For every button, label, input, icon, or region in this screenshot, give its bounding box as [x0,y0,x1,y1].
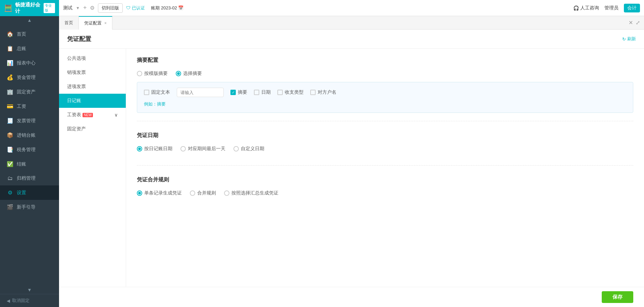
sidebar-icon-资金管理: 💰 [7,74,13,81]
left-nav-item-销项发票[interactable]: 销项发票 [59,65,126,80]
summary-config-box: 固定文本摘要日期收支类型对方户名例如：摘要 [137,82,633,113]
switch-version-button[interactable]: 切到旧版 [98,3,123,13]
merge-radio-合并规则[interactable]: 合并规则 [190,190,216,196]
page-header: 凭证配置 ↻ 刷新 [59,30,644,49]
tab-close-凭证配置[interactable]: × [104,21,107,26]
main-wrap: 首页凭证配置× ✕ ⤢ 凭证配置 ↻ 刷新 公共选项销项发票进项发票日记账工资表… [59,16,644,307]
left-nav-item-进项发票[interactable]: 进项发票 [59,80,126,94]
sidebar-icon-结账: ✅ [7,161,13,167]
sidebar-item-新手引导[interactable]: 🎬新手引导 [0,200,59,214]
sidebar-icon-新手引导: 🎬 [7,204,13,210]
sidebar-item-资金管理[interactable]: 💰资金管理 [0,70,59,85]
content-area: 公共选项销项发票进项发票日记账工资表NEW∨固定资产 摘要配置 按模版摘要 选择… [59,49,644,307]
sidebar: 🧮 畅捷通好会计 专业版 ▲ 🏠首页📋总账📊报表中心💰资金管理🏢固定资产💳工资🧾… [0,0,59,307]
sidebar-nav: 🏠首页📋总账📊报表中心💰资金管理🏢固定资产💳工资🧾发票管理📦进销台账📑税务管理✅… [0,24,59,286]
date-radio-自定义日期[interactable]: 自定义日期 [233,146,264,152]
sidebar-scroll-down[interactable]: ▼ [0,286,59,294]
admin-text[interactable]: 管理员 [604,5,619,11]
expand-panel-button[interactable]: ⤢ [636,19,640,26]
merge-radio-单条记录生成凭证[interactable]: 单条记录生成凭证 [137,190,182,196]
topbar: 测试 ▼ + ⚙ 切到旧版 🛡 已认证 账期 2023-02 📅 🎧 人工咨询 … [59,0,644,16]
sidebar-icon-报表中心: 📊 [7,60,13,66]
checkbox-box [254,90,259,95]
checkbox-对方户名[interactable]: 对方户名 [310,89,336,95]
summary-radio-选择摘要[interactable]: 选择摘要 [176,71,202,77]
topbar-right: 🎧 人工咨询 管理员 会计 [573,4,640,12]
sidebar-item-设置[interactable]: ⚙设置 [0,185,59,200]
period-label: 账期 2023-02 📅 [151,5,183,11]
save-button[interactable]: 保存 [602,291,633,303]
close-panel-button[interactable]: ✕ [629,19,633,26]
right-panel: 摘要配置 按模版摘要 选择摘要 固定文本摘要日期收支类型对方户名例如：摘要 凭证… [126,49,644,307]
tab-首页[interactable]: 首页 [59,16,79,30]
date-section: 凭证日期 按日记账日期 对应期间最后一天 自定义日期 [137,132,633,166]
checkbox-收支类型[interactable]: 收支类型 [277,89,304,95]
headset-icon: 🎧 [573,5,579,11]
summary-radio-按模版摘要[interactable]: 按模版摘要 [137,71,168,77]
date-title: 凭证日期 [137,132,633,139]
sidebar-item-进销台账[interactable]: 📦进销台账 [0,128,59,142]
radio-circle [190,190,195,196]
sidebar-item-首页[interactable]: 🏠首页 [0,27,59,41]
tab-凭证配置[interactable]: 凭证配置× [79,16,112,30]
sidebar-icon-归档管理: 🗂 [7,175,13,181]
date-radio-按日记账日期[interactable]: 按日记账日期 [137,146,172,152]
radio-circle [233,146,239,151]
add-tab-button[interactable]: + [83,4,87,11]
sidebar-item-工资[interactable]: 💳工资 [0,99,59,114]
sidebar-item-总账[interactable]: 📋总账 [0,41,59,56]
tabbar: 首页凭证配置× ✕ ⤢ [59,16,644,30]
logo-text: 畅捷通好会计 [15,2,41,14]
left-nav-item-固定资产[interactable]: 固定资产 [59,122,126,136]
radio-circle [176,71,181,76]
checkbox-摘要[interactable]: 摘要 [230,89,247,95]
refresh-icon: ↻ [622,37,626,42]
left-nav-item-公共选项[interactable]: 公共选项 [59,51,126,65]
accountant-badge[interactable]: 会计 [624,4,640,12]
pin-icon: ◀ [7,298,10,303]
tab-actions: ✕ ⤢ [629,19,644,26]
page-title: 凭证配置 [67,35,91,43]
sidebar-logo[interactable]: 🧮 畅捷通好会计 专业版 [0,0,59,16]
checkbox-日期[interactable]: 日期 [254,89,271,95]
settings-icon[interactable]: ⚙ [90,5,95,11]
sidebar-icon-设置: ⚙ [7,189,13,196]
sidebar-icon-进销台账: 📦 [7,132,13,138]
left-nav-item-日记账[interactable]: 日记账 [59,94,126,108]
summary-section: 摘要配置 按模版摘要 选择摘要 固定文本摘要日期收支类型对方户名例如：摘要 [137,57,633,121]
sidebar-cancel-fixed[interactable]: ◀ 取消固定 [0,294,59,307]
verified-badge: 🛡 已认证 [126,5,145,11]
sidebar-item-归档管理[interactable]: 🗂归档管理 [0,171,59,185]
merge-section: 凭证合并规则 单条记录生成凭证 合并规则 按照选择汇总生成凭证 [137,176,633,210]
fixed-text-input[interactable] [177,88,224,97]
sidebar-item-固定资产[interactable]: 🏢固定资产 [0,85,59,99]
radio-circle [137,146,142,151]
sidebar-icon-税务管理: 📑 [7,146,13,153]
checkbox-row: 固定文本摘要日期收支类型对方户名 [144,88,626,97]
left-nav-item-工资表[interactable]: 工资表NEW∨ [59,108,126,122]
sidebar-item-税务管理[interactable]: 📑税务管理 [0,142,59,157]
sidebar-icon-工资: 💳 [7,103,13,109]
sidebar-item-发票管理[interactable]: 🧾发票管理 [0,114,59,128]
sidebar-item-结账[interactable]: ✅结账 [0,157,59,171]
sidebar-icon-固定资产: 🏢 [7,89,13,95]
sidebar-icon-总账: 📋 [7,45,13,52]
logo-icon: 🧮 [4,4,12,12]
project-dropdown-icon[interactable]: ▼ [76,6,80,10]
checkbox-box [144,90,149,95]
radio-circle [137,190,142,196]
radio-circle [224,190,229,196]
checkbox-box [277,90,283,95]
merge-radio-按照选择汇总生成凭证[interactable]: 按照选择汇总生成凭证 [224,190,278,196]
checkbox-固定文本[interactable]: 固定文本 [144,89,170,95]
sidebar-scroll-up[interactable]: ▲ [0,16,59,24]
consult-button[interactable]: 🎧 人工咨询 [573,5,599,11]
sidebar-item-报表中心[interactable]: 📊报表中心 [0,56,59,70]
checkbox-box [310,90,316,95]
summary-radio-group: 按模版摘要 选择摘要 [137,71,633,77]
date-radio-对应期间最后一天[interactable]: 对应期间最后一天 [180,146,225,152]
summary-title: 摘要配置 [137,57,633,64]
merge-title: 凭证合并规则 [137,176,633,183]
refresh-button[interactable]: ↻ 刷新 [622,36,636,42]
shield-icon: 🛡 [126,5,130,10]
